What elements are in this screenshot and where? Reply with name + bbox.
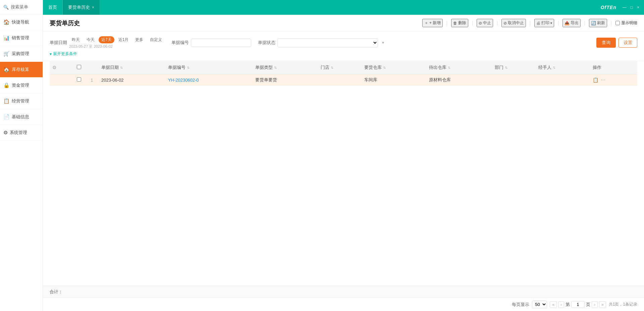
chevron-down-icon: ▾ <box>50 52 52 56</box>
refresh-btn[interactable]: 🔄 刷新 <box>589 19 607 27</box>
divider1 <box>447 21 447 26</box>
export-btn[interactable]: 📤 导出 <box>562 19 581 27</box>
sidebar-item-sales-mgmt[interactable]: 📊销售管理 <box>0 30 43 46</box>
row-order-no-cell: YH-20230602-0 <box>165 74 253 86</box>
date-pill-自定义[interactable]: 自定义 <box>147 36 165 43</box>
row-date-cell: 2023-06-02 <box>99 74 165 86</box>
refresh-icon: 🔄 <box>591 21 596 26</box>
show-detail-toggle[interactable]: 显示明细 <box>615 20 637 26</box>
sidebar-item-purchase-mgmt[interactable]: 🛒采购管理 <box>0 46 43 62</box>
col-store: 门店⇅ <box>318 61 362 74</box>
per-page-select[interactable]: 50 <box>532 301 547 308</box>
store-sort-icon[interactable]: ⇅ <box>331 66 333 70</box>
handler-sort-icon[interactable]: ⇅ <box>553 66 555 70</box>
col-pending-warehouse-label: 待出仓库 <box>429 65 446 70</box>
current-page-input[interactable] <box>571 301 585 308</box>
tab-active[interactable]: 要货单历史 × <box>63 0 100 15</box>
new-btn[interactable]: ＋ + 新增 <box>422 19 443 27</box>
table-row[interactable]: 1 2023-06-02 YH-20230602-0 要货单要货 车间库 原材料… <box>50 74 637 86</box>
order-no-input[interactable] <box>191 39 251 47</box>
brand-label: OfTEn <box>601 5 616 10</box>
date-pill-昨天[interactable]: 昨天 <box>69 36 83 43</box>
action-bar: ＋ + 新增 🗑 删除 ⊘ 中止 ⊘ 取消中止 <box>422 19 637 27</box>
table-header-row: ⚙ 单据日期⇅ 单据编号⇅ 单据类型⇅ <box>50 61 637 74</box>
req-warehouse-sort-icon[interactable]: ⇅ <box>383 66 386 70</box>
window-close-btn[interactable]: × <box>636 5 640 10</box>
sidebar-item-quick-nav[interactable]: 🏠快捷导航 <box>0 14 43 30</box>
delete-label: 删除 <box>458 20 466 26</box>
query-btn[interactable]: 查询 <box>596 38 616 48</box>
order-no-sort-icon[interactable]: ⇅ <box>187 66 190 70</box>
print-btn[interactable]: 🖨 打印 ▾ <box>534 19 554 27</box>
sidebar-item-finance-mgmt[interactable]: 🔒资金管理 <box>0 78 43 93</box>
cancel-stop-label: 取消中止 <box>508 20 524 26</box>
system-mgmt-label: 系统管理 <box>10 130 27 136</box>
operation-mgmt-icon: 📋 <box>3 98 10 104</box>
pending-warehouse-sort-icon[interactable]: ⇅ <box>448 66 450 70</box>
col-date: 单据日期⇅ <box>99 61 165 74</box>
status-dropdown-icon: ▾ <box>382 40 384 45</box>
page-content: 要货单历史 ＋ + 新增 🗑 删除 ⊘ 中止 ⊘ <box>43 15 644 311</box>
settings-btn[interactable]: 设置 <box>619 38 637 48</box>
export-icon: 📤 <box>565 21 570 26</box>
status-filter-group: 单据状态 ▾ <box>258 38 590 47</box>
row-store-cell <box>318 74 362 86</box>
inventory-label: 库存核算 <box>12 66 29 73</box>
row-actions-cell: 📋 ⋯ <box>590 74 637 86</box>
delete-btn[interactable]: 🗑 删除 <box>451 19 468 27</box>
date-sort-icon[interactable]: ⇅ <box>120 66 123 70</box>
stop-btn[interactable]: ⊘ 中止 <box>477 19 493 27</box>
expand-more-btn[interactable]: ▾ 展开更多条件 <box>50 49 637 58</box>
sidebar-item-operation-mgmt[interactable]: 📋经营管理 <box>0 93 43 109</box>
divider4 <box>530 21 530 26</box>
sidebar-search[interactable]: 🔍 搜索菜单 <box>0 0 43 14</box>
order-type-sort-icon[interactable]: ⇅ <box>274 66 277 70</box>
department-sort-icon[interactable]: ⇅ <box>505 66 507 70</box>
topbar-right: OfTEn — □ × <box>601 5 644 10</box>
order-no-link[interactable]: YH-20230602-0 <box>168 78 199 83</box>
col-store-label: 门店 <box>321 65 329 70</box>
sidebar-item-system-mgmt[interactable]: ⚙系统管理 <box>0 125 43 141</box>
page-header: 要货单历史 ＋ + 新增 🗑 删除 ⊘ 中止 ⊘ <box>43 15 644 32</box>
new-icon: ＋ <box>424 20 428 26</box>
sidebar-item-inventory[interactable]: 🏠库存核算 <box>0 62 43 78</box>
row-more-icon[interactable]: ⋯ <box>601 77 605 83</box>
tab-home[interactable]: 首页 <box>43 0 63 15</box>
sidebar-item-basic-info[interactable]: 📄基础信息 <box>0 109 43 125</box>
stop-label: 中止 <box>483 20 491 26</box>
col-req-warehouse-label: 要货仓库 <box>364 65 382 70</box>
table-settings-icon[interactable]: ⚙ <box>52 65 57 70</box>
tab-close-icon[interactable]: × <box>92 5 94 10</box>
tab-active-label: 要货单历史 <box>68 4 90 10</box>
page-nav: « ‹ 第 页 › » <box>550 301 606 308</box>
status-select[interactable] <box>277 38 378 47</box>
finance-mgmt-label: 资金管理 <box>12 82 29 88</box>
data-table: ⚙ 单据日期⇅ 单据编号⇅ 单据类型⇅ <box>50 61 637 86</box>
filter-buttons: 查询 设置 <box>596 38 637 48</box>
next-page-btn[interactable]: › <box>592 301 598 308</box>
print-icon: 🖨 <box>536 21 540 26</box>
col-department: 部门⇅ <box>492 61 536 74</box>
date-pill-近7天[interactable]: 近7天 <box>99 36 114 43</box>
cancel-stop-btn[interactable]: ⊘ 取消中止 <box>501 19 526 27</box>
divider6 <box>585 21 585 26</box>
tab-home-label: 首页 <box>48 4 57 10</box>
prev-page-btn[interactable]: ‹ <box>558 301 564 308</box>
select-all-checkbox[interactable] <box>77 65 81 69</box>
window-minimize-btn[interactable]: — <box>622 5 627 10</box>
col-actions-label: 操作 <box>593 65 601 70</box>
total-info: 共1页，1条记录 <box>609 302 637 307</box>
show-detail-checkbox[interactable] <box>615 21 620 25</box>
divider3 <box>497 21 497 26</box>
col-pending-warehouse: 待出仓库⇅ <box>426 61 492 74</box>
first-page-btn[interactable]: « <box>550 301 557 308</box>
row-checkbox-0[interactable] <box>77 77 81 82</box>
window-maximize-btn[interactable]: □ <box>630 5 634 10</box>
row-edit-icon[interactable]: 📋 <box>593 77 598 83</box>
date-pill-更多[interactable]: 更多 <box>132 36 146 43</box>
goto-prefix: 第 <box>566 302 570 308</box>
date-pill-近1月[interactable]: 近1月 <box>116 36 131 43</box>
date-pill-今天[interactable]: 今天 <box>84 36 97 43</box>
page-suffix: 页 <box>586 302 590 308</box>
last-page-btn[interactable]: » <box>599 301 606 308</box>
